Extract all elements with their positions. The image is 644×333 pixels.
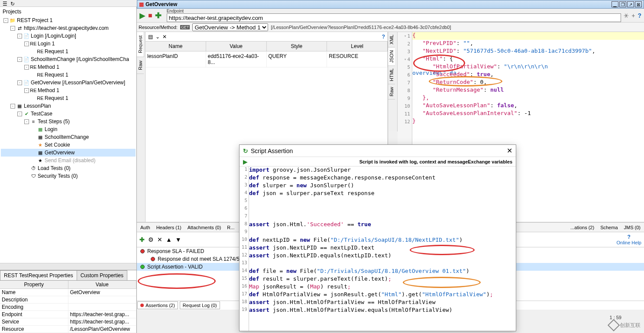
tree-twisty[interactable] bbox=[24, 174, 29, 179]
req-chevron-icon[interactable]: ⌄ bbox=[155, 34, 160, 40]
tree-twisty[interactable] bbox=[31, 127, 36, 132]
vtab-json[interactable]: JSON bbox=[388, 48, 395, 66]
tab-headers[interactable]: Headers (1) bbox=[156, 225, 181, 230]
tab-representations[interactable]: ...ations (2) bbox=[570, 225, 594, 230]
resource-method-select[interactable]: GetOverview -> Method 1 bbox=[192, 23, 268, 31]
tree-twisty[interactable]: - bbox=[24, 119, 29, 124]
vtab-request[interactable]: Request bbox=[137, 32, 144, 57]
tab-request-log[interactable]: Request Log (0) bbox=[180, 301, 220, 309]
step-sendemail[interactable]: ★Send Email (disabled) bbox=[1, 157, 136, 164]
tree-twisty[interactable] bbox=[31, 158, 36, 163]
refresh-icon[interactable]: ↻ bbox=[10, 1, 16, 6]
resource-getoverview[interactable]: -📄GetOverview [/LessonPlan/GetOverview] bbox=[1, 79, 136, 86]
tree-twisty[interactable] bbox=[24, 166, 29, 171]
tab-rest-props[interactable]: REST TestRequest Properties bbox=[0, 270, 77, 280]
wand-icon[interactable]: ⚹ bbox=[624, 12, 629, 19]
project-tree[interactable]: -📁REST Project 1-⇄https://teacher-test.g… bbox=[0, 16, 136, 263]
tree-label: Request 1 bbox=[45, 72, 68, 78]
assert-up-icon[interactable]: ▲ bbox=[166, 236, 172, 243]
vtab-raw-resp[interactable]: Raw bbox=[388, 84, 395, 99]
resource-schoolitem[interactable]: -📄SchoolItemChange [/Login/SchoolItemCha bbox=[1, 55, 136, 63]
tree-twisty[interactable] bbox=[31, 135, 36, 140]
assert-help-icon[interactable]: ? bbox=[617, 234, 641, 240]
endpoint-input[interactable] bbox=[167, 13, 621, 22]
tab-jms[interactable]: JMS (0) bbox=[624, 225, 641, 230]
method-getoverview[interactable]: -REMethod 1 bbox=[1, 86, 136, 94]
assert-down-icon[interactable]: ▼ bbox=[175, 236, 181, 243]
testcase-node[interactable]: -✔TestCase bbox=[1, 110, 136, 118]
vtab-xml[interactable]: XML bbox=[388, 32, 395, 48]
project-root[interactable]: -📁REST Project 1 bbox=[1, 16, 136, 24]
tree-twisty[interactable]: - bbox=[24, 88, 29, 93]
prop-row[interactable]: Servicehttps://teacher-test.grap... bbox=[0, 318, 136, 326]
step-getoverview[interactable]: ▦GetOverview bbox=[1, 149, 136, 157]
run-button[interactable]: ▶ bbox=[139, 11, 146, 20]
dialog-close-button[interactable]: ✕ bbox=[507, 147, 512, 155]
tree-twisty[interactable] bbox=[31, 49, 36, 54]
tree-icon: RE bbox=[37, 72, 44, 78]
tree-twisty[interactable] bbox=[31, 150, 36, 155]
grid-row[interactable]: lessonPlanID edd51176-ece2-4a03-8... QUE… bbox=[146, 51, 388, 67]
request-getoverview[interactable]: RERequest 1 bbox=[1, 94, 136, 102]
request-login1[interactable]: RERequest 1 bbox=[1, 48, 136, 55]
assert-help-label[interactable]: Online Help bbox=[617, 240, 641, 245]
service-node[interactable]: -⇄https://teacher-test.grapecitydev.com bbox=[1, 24, 136, 32]
add-button[interactable]: ✚ bbox=[155, 11, 162, 20]
tab-custom-props[interactable]: Custom Properties bbox=[77, 270, 127, 280]
prop-row[interactable]: Resource/LessonPlan/GetOverview bbox=[0, 326, 136, 333]
tree-twisty[interactable]: - bbox=[17, 80, 22, 85]
tree-twisty[interactable] bbox=[31, 96, 36, 101]
minimize-icon[interactable]: ▁ bbox=[612, 1, 618, 7]
watermark-logo: 创新互联 bbox=[609, 321, 641, 330]
tree-twisty[interactable]: - bbox=[10, 104, 15, 109]
method-login1[interactable]: -RELogin 1 bbox=[1, 40, 136, 48]
assert-remove-button[interactable]: ✕ bbox=[157, 236, 162, 243]
external-icon[interactable]: ↗ bbox=[627, 1, 634, 7]
prop-row[interactable]: NameGetOverview bbox=[0, 289, 136, 296]
tab-assertions[interactable]: Assertions (2) bbox=[137, 301, 178, 309]
tree-twisty[interactable]: - bbox=[10, 26, 15, 31]
assert-add-button[interactable]: ✚ bbox=[139, 236, 145, 243]
loadtests-node[interactable]: ⏱Load Tests (0) bbox=[1, 164, 136, 172]
menu-icon[interactable]: ☰ bbox=[3, 1, 9, 6]
vtab-raw-req[interactable]: Raw bbox=[137, 57, 144, 74]
tree-scrollbar[interactable] bbox=[0, 263, 136, 270]
teststeps-node[interactable]: -≡Test Steps (5) bbox=[1, 118, 136, 125]
tab-schema[interactable]: Schema bbox=[600, 225, 618, 230]
tab-more[interactable]: R... bbox=[227, 225, 234, 230]
assert-gear-icon[interactable]: ⚙ bbox=[148, 236, 154, 243]
tab-attachments[interactable]: Attachments (0) bbox=[188, 225, 221, 230]
step-setcookie[interactable]: ★Set Cookie bbox=[1, 141, 136, 149]
restore-icon[interactable]: ❐ bbox=[619, 1, 626, 7]
securitytests-node[interactable]: 🛡Security Tests (0) bbox=[1, 172, 136, 180]
prop-row[interactable]: Description bbox=[0, 296, 136, 304]
tree-twisty[interactable] bbox=[31, 73, 36, 77]
tab-auth[interactable]: Auth bbox=[140, 225, 150, 230]
method-schoolitem[interactable]: -REMethod 1 bbox=[1, 63, 136, 71]
request-schoolitem[interactable]: RERequest 1 bbox=[1, 71, 136, 79]
tree-twisty[interactable]: - bbox=[17, 57, 22, 62]
dialog-run-button[interactable]: ▶ bbox=[243, 158, 248, 165]
grid-hdr-level: Level bbox=[327, 42, 388, 51]
resource-login[interactable]: -📄Login [/Login/Login] bbox=[1, 32, 136, 40]
testsuite-lessonplan[interactable]: -▦LessonPlan bbox=[1, 102, 136, 110]
help-icon[interactable]: ? bbox=[638, 12, 641, 19]
vtab-html[interactable]: HTML bbox=[388, 66, 395, 84]
stop-button[interactable]: ■ bbox=[148, 12, 152, 19]
tree-twisty[interactable]: - bbox=[17, 34, 22, 38]
tree-twisty[interactable]: - bbox=[17, 112, 22, 116]
req-close-icon[interactable]: ✕ bbox=[162, 34, 167, 40]
tree-twisty[interactable]: - bbox=[3, 18, 8, 23]
prop-row[interactable]: Encoding bbox=[0, 304, 136, 311]
req-help-icon[interactable]: ? bbox=[382, 34, 385, 40]
tree-twisty[interactable]: - bbox=[24, 42, 29, 46]
req-filter-icon[interactable]: ▤ bbox=[148, 34, 153, 40]
close-icon[interactable]: ⊠ bbox=[635, 1, 642, 7]
tree-twisty[interactable]: - bbox=[24, 65, 29, 70]
plus-small-icon[interactable]: + bbox=[631, 12, 635, 19]
prop-row[interactable]: Endpointhttps://teacher-test.grap... bbox=[0, 311, 136, 318]
script-editor[interactable]: 12345678910111213141516171819 import gro… bbox=[239, 166, 516, 331]
tree-twisty[interactable] bbox=[31, 143, 36, 147]
step-login[interactable]: ▦Login bbox=[1, 125, 136, 133]
step-schoolitem[interactable]: ▦SchoolItemChange bbox=[1, 133, 136, 141]
